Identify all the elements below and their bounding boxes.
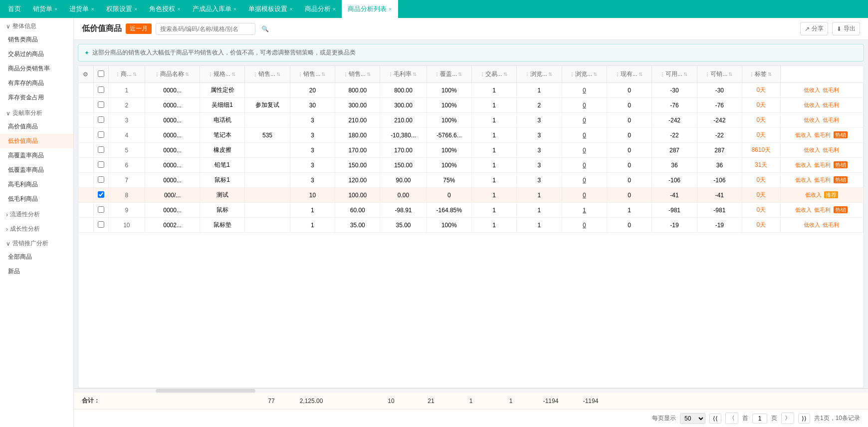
view1-link[interactable]: 0 (583, 117, 586, 124)
row-checkbox-0[interactable] (98, 86, 104, 93)
sidebar-group-circulation[interactable]: › 流通性分析 (0, 206, 73, 221)
nav-template-close[interactable]: × (289, 6, 292, 12)
time-filter-btn[interactable]: 近一月 (126, 23, 152, 34)
sidebar-item-traded-goods[interactable]: 交易过的商品 (0, 47, 73, 61)
td-view1[interactable]: 0 (562, 143, 607, 158)
th-sale-amount[interactable]: ⁝销售...⇅ (335, 66, 380, 83)
sidebar-group-overall[interactable]: ∨ 整体信息 (0, 18, 73, 32)
th-checkbox[interactable] (93, 66, 108, 83)
search-icon[interactable]: 🔍 (261, 25, 269, 32)
td-view1[interactable]: 0 (562, 113, 607, 128)
nav-analysis-list-close[interactable]: × (389, 6, 392, 12)
sidebar-item-low-coverage[interactable]: 低覆盖率商品 (0, 163, 73, 177)
td-checkbox[interactable] (93, 173, 108, 188)
nav-permission-close[interactable]: × (134, 6, 137, 12)
row-checkbox-8[interactable] (98, 206, 104, 213)
th-trade[interactable]: ⁝交易...⇅ (471, 66, 516, 83)
sidebar-item-new-goods[interactable]: 新品 (0, 264, 73, 279)
td-checkbox[interactable] (93, 218, 108, 233)
nav-purchase-order[interactable]: 进货单 × (63, 0, 100, 18)
sidebar-group-marketing[interactable]: ∨ 营销推广分析 (0, 235, 73, 250)
search-input[interactable] (156, 23, 255, 35)
nav-permission-settings[interactable]: 权限设置 × (100, 0, 143, 18)
sidebar-item-stock-capital[interactable]: 库存资金占用 (0, 90, 73, 105)
th-gross-rate[interactable]: ⁝毛利率⇅ (380, 66, 427, 83)
sidebar-item-low-value[interactable]: 低价值商品 (0, 134, 73, 148)
nav-analysis-close[interactable]: × (333, 6, 336, 12)
view1-link[interactable]: 0 (583, 147, 586, 154)
view1-link[interactable]: 0 (583, 132, 586, 139)
th-coverage[interactable]: ⁝覆盖...⇅ (427, 66, 471, 83)
row-checkbox-4[interactable] (98, 146, 104, 153)
td-view1[interactable]: 0 (562, 218, 607, 233)
td-checkbox[interactable] (93, 158, 108, 173)
td-view1[interactable]: 0 (562, 173, 607, 188)
td-view1[interactable]: 0 (562, 83, 607, 98)
sidebar-item-sales-goods[interactable]: 销售类商品 (0, 32, 73, 47)
row-checkbox-5[interactable] (98, 161, 104, 168)
td-checkbox[interactable] (93, 143, 108, 158)
select-all-checkbox[interactable] (98, 70, 104, 77)
sidebar-item-high-value[interactable]: 高价值商品 (0, 119, 73, 134)
td-view1[interactable]: 0 (562, 128, 607, 143)
th-sale-qty[interactable]: ⁝销售...⇅ (245, 66, 290, 83)
horizontal-scrollbar[interactable] (74, 389, 868, 393)
data-table-container[interactable]: ⚙ ⁝商...⇅ ⁝商品名称⇅ ⁝规格...⇅ ⁝销售...⇅ ⁝销售...⇅ … (78, 65, 864, 388)
nav-template-settings[interactable]: 单据模板设置 × (242, 0, 298, 18)
th-code[interactable]: ⁝商...⇅ (108, 66, 145, 83)
th-view2[interactable]: ⁝浏览...⇅ (562, 66, 607, 83)
view1-link[interactable]: 0 (583, 222, 586, 229)
share-button[interactable]: ↗ 分享 (800, 22, 828, 35)
nav-inbound-close[interactable]: × (233, 6, 236, 12)
nav-purchase-close[interactable]: × (91, 6, 94, 12)
th-settings[interactable]: ⚙ (78, 66, 93, 83)
view1-link[interactable]: 0 (583, 162, 586, 169)
td-checkbox[interactable] (93, 113, 108, 128)
view1-link[interactable]: 0 (583, 192, 586, 199)
nav-sales-order-close[interactable]: × (54, 6, 57, 12)
td-checkbox[interactable] (93, 188, 108, 203)
td-checkbox[interactable] (93, 98, 108, 113)
row-checkbox-3[interactable] (98, 131, 104, 138)
view1-link[interactable]: 0 (583, 177, 586, 184)
prev-page-btn[interactable]: 〈 (725, 413, 738, 424)
th-tags[interactable]: ⁝标签⇅ (742, 66, 780, 83)
nav-sales-order[interactable]: 销货单 × (27, 0, 63, 18)
row-checkbox-6[interactable] (98, 176, 104, 183)
th-current[interactable]: ⁝现有...⇅ (607, 66, 651, 83)
th-sellable[interactable]: ⁝可销...⇅ (697, 66, 742, 83)
th-view1[interactable]: ⁝浏览...⇅ (517, 66, 562, 83)
sidebar-group-growth[interactable]: › 成长性分析 (0, 221, 73, 235)
th-available[interactable]: ⁝可用...⇅ (652, 66, 697, 83)
nav-home[interactable]: 首页 (2, 0, 27, 18)
last-page-btn[interactable]: ⟩⟩ (798, 414, 810, 424)
row-checkbox-9[interactable] (98, 221, 104, 228)
export-button[interactable]: ⬇ 导出 (832, 22, 860, 35)
sidebar-item-stock-goods[interactable]: 有库存的商品 (0, 76, 73, 90)
nav-product-analysis-list[interactable]: 商品分析列表 × (342, 0, 398, 18)
per-page-select[interactable]: 50 100 200 (680, 413, 705, 424)
sidebar-group-contribution[interactable]: ∨ 贡献率分析 (0, 105, 73, 119)
row-checkbox-7[interactable] (98, 191, 104, 198)
td-checkbox[interactable] (93, 128, 108, 143)
td-view1[interactable]: 1 (562, 203, 607, 218)
row-checkbox-1[interactable] (98, 101, 104, 108)
sidebar-item-low-margin[interactable]: 低毛利商品 (0, 192, 73, 206)
td-checkbox[interactable] (93, 203, 108, 218)
first-page-btn[interactable]: ⟨⟨ (709, 414, 721, 424)
view1-link[interactable]: 1 (583, 207, 586, 214)
page-number-input[interactable] (752, 414, 767, 424)
td-view1[interactable]: 0 (562, 188, 607, 203)
next-page-btn[interactable]: 〉 (781, 413, 794, 424)
view1-link[interactable]: 0 (583, 87, 586, 94)
nav-product-inbound[interactable]: 产成品入库单 × (187, 0, 242, 18)
nav-product-analysis[interactable]: 商品分析 × (299, 0, 342, 18)
sidebar-item-high-coverage[interactable]: 高覆盖率商品 (0, 148, 73, 163)
nav-role-close[interactable]: × (177, 6, 180, 12)
th-sale-price[interactable]: ⁝销售...⇅ (290, 66, 335, 83)
th-name[interactable]: ⁝商品名称⇅ (145, 66, 200, 83)
td-checkbox[interactable] (93, 83, 108, 98)
view1-link[interactable]: 0 (583, 102, 586, 109)
sidebar-item-all-goods[interactable]: 全部商品 (0, 250, 73, 264)
th-spec[interactable]: ⁝规格...⇅ (200, 66, 244, 83)
